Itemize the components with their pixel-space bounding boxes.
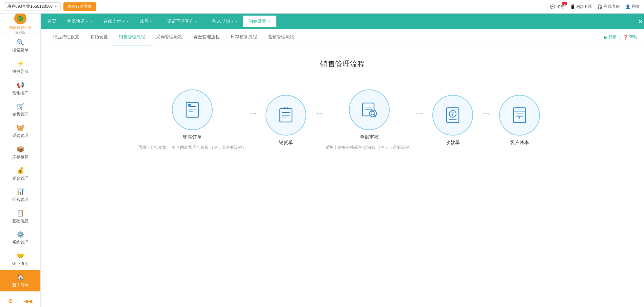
sidebar-item-appcenter[interactable]: 📱应用中心: [0, 291, 40, 295]
search-icon: 🔍: [17, 39, 24, 46]
content-area: 首页物流快递▾✕在线支付▾✕账号▾✕邀请下游客户▾✕往来期初▾✕初始设置✕✕ 行…: [41, 14, 644, 307]
close-icon[interactable]: ✕: [199, 20, 201, 23]
sidebar-item-label: 快捷导航: [12, 69, 28, 75]
sidebar-item-finance[interactable]: 💰资金管理: [0, 163, 40, 185]
flow-step-sales_order[interactable]: 销售订单适用于分批发货、 有合同发货周期较长 （注：非必要流程）: [138, 89, 246, 151]
nav-tabs: 首页物流快递▾✕在线支付▾✕账号▾✕邀请下游客户▾✕往来期初▾✕初始设置✕✕: [41, 14, 644, 29]
top-bar-left: 用户690企业1660120507 ▼ 体验行业方案: [4, 2, 96, 11]
flow-step-name-customer_account: 客户账本: [510, 140, 529, 146]
top-bar-right: 💬 消息 6 📱 App下载 🎧 在线客服 👤 用友: [550, 4, 640, 9]
close-icon[interactable]: ✕: [90, 20, 93, 23]
online-service-button[interactable]: 🎧 在线客服: [597, 4, 620, 9]
flow-step-name-doc_review: 单据审核: [360, 134, 379, 140]
sidebar-item-label: 企业协同: [12, 261, 28, 267]
sidebar-item-marketing[interactable]: 📢营销推广: [0, 78, 40, 99]
help-link[interactable]: ❓ 帮助: [623, 34, 637, 40]
page-content: 销售管理流程 销售订单适用于分批发货、 有合同发货周期较长 （注：非必要流程）·…: [41, 45, 644, 307]
nav-tab-label: 在线支付: [103, 18, 121, 24]
close-all-tabs-button[interactable]: ✕: [638, 18, 643, 25]
sales_invoice-icon: [266, 95, 306, 136]
sidebar-item-label: 搜索菜单: [12, 47, 28, 53]
nav-tab-init[interactable]: 初始设置✕: [243, 16, 276, 27]
sub-tab-init[interactable]: 初始设置: [85, 29, 113, 45]
app-download-label: App下载: [577, 4, 592, 9]
logo-area: 🐉 畅捷通好生意 标准版: [0, 14, 40, 34]
try-industry-button[interactable]: 体验行业方案: [63, 2, 96, 11]
video-link[interactable]: ▶ 视频: [604, 34, 617, 40]
message-button[interactable]: 💬 消息 6: [550, 4, 565, 9]
nav-tab-period[interactable]: 往来期初▾✕: [207, 16, 243, 27]
logo-text: 畅捷通好生意: [9, 25, 32, 30]
sidebar: 🐉 畅捷通好生意 标准版 🔍搜索菜单⚡快捷导航📢营销推广🛒销售管理🧺采购管理📦库…: [0, 14, 41, 307]
logo-box: 🐉 畅捷通好生意 标准版: [9, 14, 32, 35]
user-selector[interactable]: 用户690企业1660120507 ▼: [4, 2, 61, 11]
app-download-button[interactable]: 📱 App下载: [570, 4, 592, 9]
message-badge: 6: [562, 2, 567, 5]
close-icon[interactable]: ✕: [154, 20, 156, 23]
sidebar-item-search[interactable]: 🔍搜索菜单: [0, 35, 40, 57]
sidebar-item-collab[interactable]: 🤝企业协同: [0, 249, 40, 270]
customer_account-icon: ¥: [499, 95, 540, 136]
flow-step-doc_review[interactable]: 单据审核适用于财务审核或主 管审核 （注：非必要流程）: [326, 89, 413, 151]
flow-step-customer_account[interactable]: ¥ 客户账本: [492, 95, 547, 146]
flow-arrow-1: ···→: [249, 109, 256, 131]
close-icon[interactable]: ✕: [126, 20, 129, 23]
sub-tab-sales_flow[interactable]: 销售管理流程: [113, 29, 151, 45]
main-layout: 🐉 畅捷通好生意 标准版 🔍搜索菜单⚡快捷导航📢营销推广🛒销售管理🧺采购管理📦库…: [0, 14, 644, 307]
sidebar-item-purchase[interactable]: 🧺采购管理: [0, 121, 40, 142]
nav-tab-logistics[interactable]: 物流快递▾✕: [62, 16, 98, 27]
sub-tabs-left: 行业特性设置初始设置销售管理流程采购管理流程资金管理流程库存核算流程营销管理流程: [47, 29, 300, 45]
flow-step-receipt[interactable]: ¥ 收款单: [426, 95, 480, 146]
sub-tabs-right: ▶ 视频 | ❓ 帮助: [604, 34, 637, 40]
sub-tab-marketing_flow[interactable]: 营销管理流程: [262, 29, 300, 45]
sub-tab-finance_flow[interactable]: 资金管理流程: [188, 29, 225, 45]
sidebar-item-basic[interactable]: 📋基础信息: [0, 206, 40, 227]
flow-step-sales_invoice[interactable]: 销货单: [259, 95, 313, 146]
close-icon[interactable]: ✕: [268, 20, 271, 23]
phone-icon: 📱: [570, 4, 575, 9]
collab-icon: 🤝: [17, 252, 24, 260]
sidebar-item-sales[interactable]: 🛒销售管理: [0, 99, 40, 121]
sidebar-item-inventory[interactable]: 📦库存核算: [0, 142, 40, 163]
flow-arrow-3: ···→: [416, 109, 423, 131]
operations-icon: 📊: [17, 188, 24, 196]
sidebar-item-newguide[interactable]: 🏠新手引导: [0, 270, 40, 291]
svg-rect-4: [188, 104, 191, 106]
sidebar-item-quicknav[interactable]: ⚡快捷导航: [0, 57, 40, 78]
nav-tab-invite[interactable]: 邀请下游客户▾✕: [162, 16, 207, 27]
help-icon: ❓: [623, 35, 628, 40]
nav-tab-label: 邀请下游客户: [167, 18, 194, 24]
sidebar-item-label: 销售管理: [12, 111, 28, 117]
flow-step-name-sales_invoice: 销货单: [279, 140, 293, 146]
sidebar-item-system[interactable]: ⚙️系统管理: [0, 227, 40, 249]
sub-tab-inventory_flow[interactable]: 库存核算流程: [225, 29, 262, 45]
settings-icon[interactable]: ⚙: [8, 298, 13, 304]
sidebar-item-label: 新手引导: [12, 282, 28, 288]
flow-title: 销售管理流程: [61, 59, 624, 69]
nav-tab-payment[interactable]: 在线支付▾✕: [98, 16, 134, 27]
sidebar-item-label: 系统管理: [12, 240, 28, 245]
sales_order-icon: [172, 89, 213, 130]
collapse-icon[interactable]: ◀◀: [24, 298, 32, 304]
nav-tab-label: 往来期初: [212, 18, 230, 24]
system-icon: ⚙️: [17, 231, 24, 238]
play-icon: ▶: [604, 35, 607, 40]
flow-arrow-2: ···→: [316, 109, 323, 131]
chevron-down-icon: ▾: [195, 20, 197, 23]
svg-text:¥: ¥: [451, 111, 454, 117]
nav-tab-home[interactable]: 首页: [42, 16, 62, 27]
nav-tab-label: 首页: [47, 18, 56, 24]
sidebar-item-operations[interactable]: 📊经营管理: [0, 185, 40, 206]
flow-step-desc-sales_order: 适用于分批发货、 有合同发货周期较长 （注：非必要流程）: [138, 144, 246, 151]
receipt-icon: ¥: [432, 95, 473, 136]
chevron-down-icon: ▾: [231, 20, 233, 23]
nav-tab-account[interactable]: 账号▾✕: [134, 16, 162, 27]
sidebar-item-label: 库存核算: [12, 154, 28, 160]
sub-tab-purchase_flow[interactable]: 采购管理流程: [151, 29, 188, 45]
user-avatar-button[interactable]: 👤 用友: [625, 4, 640, 9]
close-icon[interactable]: ✕: [235, 20, 238, 23]
svg-text:¥: ¥: [518, 115, 521, 120]
sub-tab-industry[interactable]: 行业特性设置: [47, 29, 85, 45]
online-service-label: 在线客服: [604, 4, 620, 9]
help-label: 帮助: [629, 34, 637, 40]
